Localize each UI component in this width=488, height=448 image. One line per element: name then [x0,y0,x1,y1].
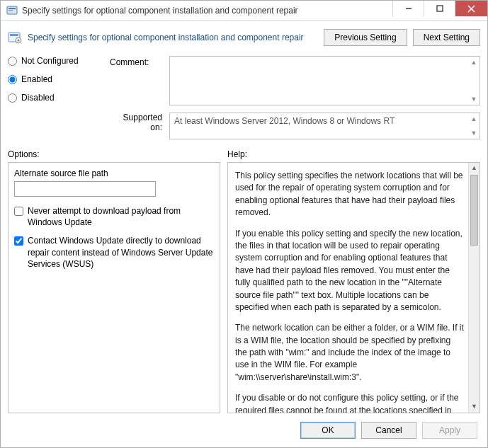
radio-not-configured-label: Not Configured [21,56,79,66]
scroll-down-icon[interactable]: ▼ [468,127,480,139]
window-title: Specify settings for optional component … [22,6,392,16]
supported-on-box: At least Windows Server 2012, Windows 8 … [169,113,480,139]
svg-rect-8 [10,34,18,36]
app-icon [6,5,18,16]
dialog-footer: OK Cancel Apply [1,413,487,447]
svg-point-10 [18,40,20,42]
svg-rect-4 [437,6,443,11]
contact-wu-checkbox[interactable] [14,236,23,246]
help-paragraph: If you disable or do not configure this … [235,392,464,413]
scroll-up-icon[interactable]: ▲ [468,57,480,68]
help-paragraph: The network location can be either a fol… [235,322,464,384]
close-button[interactable] [455,1,487,16]
policy-subtitle: Specify settings for optional component … [28,33,318,42]
radio-not-configured-input[interactable] [8,57,17,66]
alt-source-path-input[interactable] [14,181,156,197]
radio-enabled[interactable]: Enabled [8,74,107,84]
section-labels: Options: Help: [1,139,487,162]
title-bar: Specify settings for optional component … [1,1,487,21]
radio-disabled-label: Disabled [21,93,55,103]
help-paragraph: This policy setting specifies the networ… [235,170,464,219]
radio-not-configured[interactable]: Not Configured [8,56,107,66]
help-paragraph: If you enable this policy setting and sp… [235,228,464,314]
scroll-down-icon[interactable]: ▼ [468,93,480,105]
window-controls [392,1,487,20]
main-panes: Alternate source file path Never attempt… [1,162,487,413]
top-settings-grid: Not Configured Enabled Disabled Comment:… [1,52,487,139]
help-label: Help: [227,149,480,159]
never-download-checkbox-row[interactable]: Never attempt to download payload from W… [14,205,214,228]
comment-textarea[interactable]: ▲ ▼ [169,56,480,105]
help-pane: This policy setting specifies the networ… [227,162,480,413]
supported-on-text: At least Windows Server 2012, Windows 8 … [174,116,395,126]
options-label: Options: [8,149,227,159]
contact-wu-label: Contact Windows Update directly to downl… [28,235,214,270]
never-download-checkbox[interactable] [14,207,23,216]
radio-disabled-input[interactable] [8,93,17,103]
ok-button[interactable]: OK [300,422,356,439]
radio-enabled-label: Enabled [21,74,52,84]
previous-setting-button[interactable]: Previous Setting [324,29,407,46]
never-download-label: Never attempt to download payload from W… [28,205,214,228]
alt-source-path-label: Alternate source file path [14,168,214,178]
maximize-button[interactable] [424,1,455,16]
svg-rect-2 [8,10,13,11]
scrollbar-thumb[interactable] [470,175,478,246]
svg-rect-1 [8,8,16,9]
options-pane: Alternate source file path Never attempt… [8,162,220,413]
radio-enabled-input[interactable] [8,75,17,84]
contact-wu-checkbox-row[interactable]: Contact Windows Update directly to downl… [14,235,214,270]
comment-scrollbar[interactable]: ▲ ▼ [468,57,480,105]
cancel-button[interactable]: Cancel [361,422,416,439]
minimize-button[interactable] [392,1,424,16]
radio-disabled[interactable]: Disabled [8,93,107,103]
comment-label: Comment: [110,56,166,67]
supported-scrollbar[interactable]: ▲ ▼ [468,113,480,139]
state-radio-group: Not Configured Enabled Disabled [8,56,107,139]
policy-icon [8,30,22,45]
supported-on-label: Supported on: [110,113,166,139]
apply-button[interactable]: Apply [422,422,477,439]
policy-header: Specify settings for optional component … [1,21,487,52]
scrollbar-track[interactable] [469,246,480,401]
policy-editor-window: Specify settings for optional component … [0,0,488,448]
scroll-up-icon[interactable]: ▲ [469,163,480,174]
scroll-down-icon[interactable]: ▼ [469,401,480,413]
help-scrollbar[interactable]: ▲ ▼ [468,163,480,413]
scroll-up-icon[interactable]: ▲ [468,113,480,125]
next-setting-button[interactable]: Next Setting [413,29,480,46]
